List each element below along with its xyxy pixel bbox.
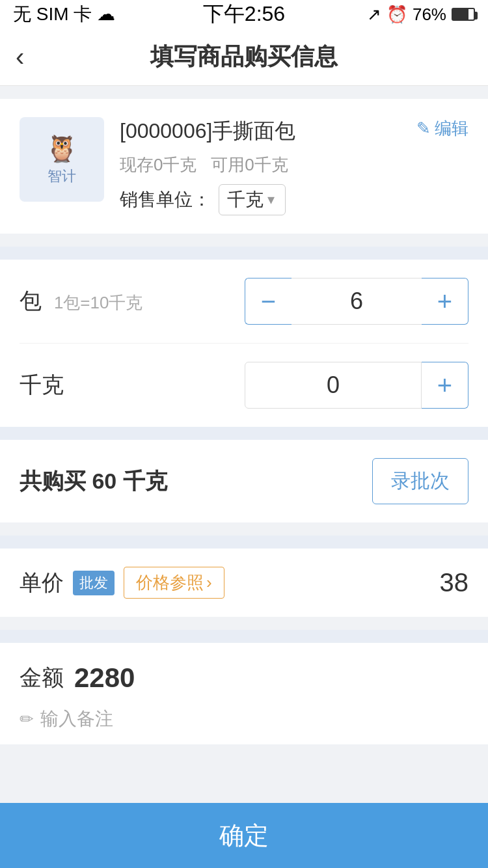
- price-section: 单价 批发 价格参照 › 38: [0, 549, 488, 617]
- qianke-qty-control: +: [245, 362, 468, 409]
- bao-row: 包 1包=10千克 − +: [20, 260, 468, 344]
- battery-icon: [452, 8, 475, 21]
- status-right: ↗ ⏰ 76%: [367, 5, 475, 25]
- batch-button[interactable]: 录批次: [372, 458, 468, 504]
- available-label: 可用0千克: [211, 155, 288, 174]
- chevron-down-icon: ▾: [267, 191, 275, 208]
- qianke-input[interactable]: [245, 362, 422, 409]
- total-section: 共购买 60 千克 录批次: [0, 440, 488, 522]
- edit-button[interactable]: ✎ 编辑: [416, 117, 468, 140]
- amount-label: 金额: [20, 663, 64, 693]
- unit-prefix: 销售单位：: [120, 187, 211, 212]
- bao-increment-button[interactable]: +: [422, 278, 468, 325]
- price-value: 38: [440, 568, 469, 597]
- back-button[interactable]: ‹: [16, 42, 24, 72]
- price-ref-chevron: ›: [206, 573, 212, 593]
- edit-label: 编辑: [435, 117, 468, 140]
- pencil-icon: ✏: [20, 709, 34, 729]
- product-code: [0000006]: [120, 119, 212, 142]
- page-title: 填写商品购买信息: [150, 41, 338, 73]
- qianke-row: 千克 +: [20, 344, 468, 427]
- note-placeholder: 输入备注: [40, 707, 113, 731]
- product-card: 🦉 智计 [0000006]手撕面包 现存0千克 可用0千克 销售单位： 千克 …: [0, 99, 488, 234]
- product-title: 手撕面包: [212, 119, 295, 142]
- product-icon: 🦉: [46, 133, 78, 164]
- amount-value: 2280: [74, 662, 135, 694]
- total-unit: [116, 468, 122, 493]
- alarm-icon: ⏰: [386, 5, 407, 25]
- edit-icon: ✎: [416, 118, 431, 139]
- divider-4: [0, 630, 488, 643]
- price-label: 单价: [20, 568, 64, 598]
- note-row[interactable]: ✏ 输入备注: [20, 707, 468, 731]
- divider-1: [0, 247, 488, 260]
- product-stock: 现存0千克 可用0千克: [120, 154, 468, 176]
- product-icon-label: 智计: [47, 167, 76, 186]
- pifa-badge: 批发: [73, 571, 115, 595]
- total-prefix: 共购买: [20, 468, 86, 493]
- sim-label: 无 SIM 卡 ☁: [13, 2, 115, 27]
- bao-qty-control: − +: [245, 278, 468, 325]
- bao-label-group: 包 1包=10千克: [20, 286, 142, 316]
- status-left: 无 SIM 卡 ☁: [13, 2, 115, 27]
- price-ref-label: 价格参照: [136, 571, 204, 594]
- product-thumbnail: 🦉 智计: [20, 117, 104, 202]
- bao-label: 包: [20, 288, 42, 313]
- price-ref-button[interactable]: 价格参照 ›: [124, 567, 224, 599]
- status-time: 下午2:56: [203, 0, 285, 29]
- bao-input[interactable]: [291, 278, 422, 325]
- battery-label: 76%: [413, 5, 446, 25]
- nav-bar: ‹ 填写商品购买信息: [0, 29, 488, 86]
- location-icon: ↗: [367, 5, 381, 25]
- amount-row: 金额 2280: [20, 662, 468, 694]
- divider-3: [0, 536, 488, 549]
- bao-decrement-button[interactable]: −: [245, 278, 291, 325]
- divider-2: [0, 427, 488, 440]
- bao-sub: 1包=10千克: [54, 293, 143, 312]
- unit-value: 千克: [227, 187, 264, 212]
- status-bar: 无 SIM 卡 ☁ 下午2:56 ↗ ⏰ 76%: [0, 0, 488, 29]
- qty-form-section: 包 1包=10千克 − + 千克 +: [0, 260, 488, 427]
- price-left: 单价 批发 价格参照 ›: [20, 567, 224, 599]
- qianke-increment-button[interactable]: +: [422, 362, 468, 409]
- total-text: 共购买 60 千克: [20, 467, 167, 496]
- amount-section: 金额 2280 ✏ 输入备注: [0, 643, 488, 744]
- stock-label: 现存0千克: [120, 155, 197, 174]
- product-unit-row: 销售单位： 千克 ▾: [120, 184, 468, 215]
- unit-select[interactable]: 千克 ▾: [219, 184, 286, 215]
- confirm-button[interactable]: 确定: [0, 803, 488, 868]
- qianke-label: 千克: [20, 370, 64, 400]
